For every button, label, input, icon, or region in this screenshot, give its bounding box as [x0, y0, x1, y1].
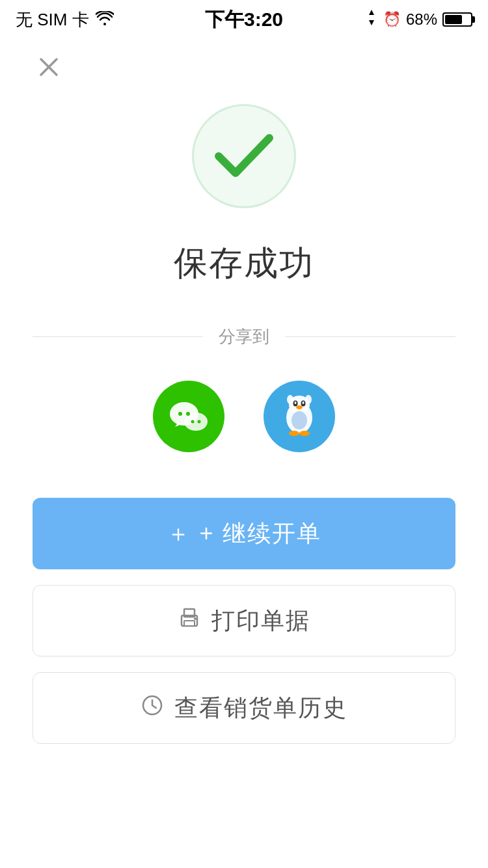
svg-point-17: [299, 431, 310, 436]
close-icon: [38, 57, 59, 77]
continue-label: + 继续开单: [199, 518, 321, 550]
success-title: 保存成功: [174, 241, 314, 286]
close-button[interactable]: [33, 51, 65, 83]
svg-point-13: [303, 401, 305, 404]
sim-text: 无 SIM 卡: [16, 8, 89, 31]
plus-icon: ＋: [167, 518, 191, 550]
svg-point-14: [296, 405, 303, 409]
svg-rect-22: [184, 621, 195, 626]
history-label: 查看销货单历史: [174, 692, 347, 724]
history-icon: [141, 694, 164, 723]
print-icon: [178, 606, 201, 636]
divider-right: [285, 336, 455, 337]
action-buttons: ＋ + 继续开单 打印单据 查看销货单历史: [33, 498, 455, 744]
svg-point-4: [178, 412, 182, 416]
svg-point-18: [287, 395, 293, 404]
success-icon-circle: [192, 104, 296, 208]
status-right: ⏰ 68%: [365, 10, 472, 29]
history-button[interactable]: 查看销货单历史: [33, 672, 455, 744]
wechat-icon: [167, 397, 210, 436]
location-icon: [365, 10, 378, 29]
divider-left: [33, 336, 203, 337]
battery-percent: 68%: [406, 10, 437, 29]
svg-point-23: [194, 617, 197, 620]
qq-share-button[interactable]: [264, 381, 335, 452]
status-time: 下午3:20: [205, 7, 283, 33]
share-icons-container: [153, 381, 335, 452]
checkmark-icon: [215, 133, 273, 180]
share-label: 分享到: [203, 325, 285, 348]
status-bar: 无 SIM 卡 下午3:20 ⏰ 68%: [0, 0, 488, 39]
svg-point-15: [291, 411, 307, 429]
svg-point-19: [305, 395, 312, 404]
wifi-icon: [96, 10, 114, 30]
svg-point-16: [289, 431, 299, 436]
qq-icon: [280, 394, 319, 439]
share-divider: 分享到: [33, 325, 455, 348]
wechat-share-button[interactable]: [153, 381, 224, 452]
svg-point-5: [186, 412, 190, 416]
print-button[interactable]: 打印单据: [33, 585, 455, 657]
continue-button[interactable]: ＋ + 继续开单: [33, 498, 455, 569]
main-content: 保存成功 分享到: [0, 39, 488, 744]
alarm-icon: ⏰: [383, 11, 401, 28]
svg-point-7: [198, 420, 201, 424]
battery-indicator: [442, 12, 472, 27]
status-left: 无 SIM 卡: [16, 8, 114, 31]
svg-point-6: [191, 420, 195, 424]
print-label: 打印单据: [211, 605, 310, 637]
svg-point-12: [295, 401, 297, 404]
